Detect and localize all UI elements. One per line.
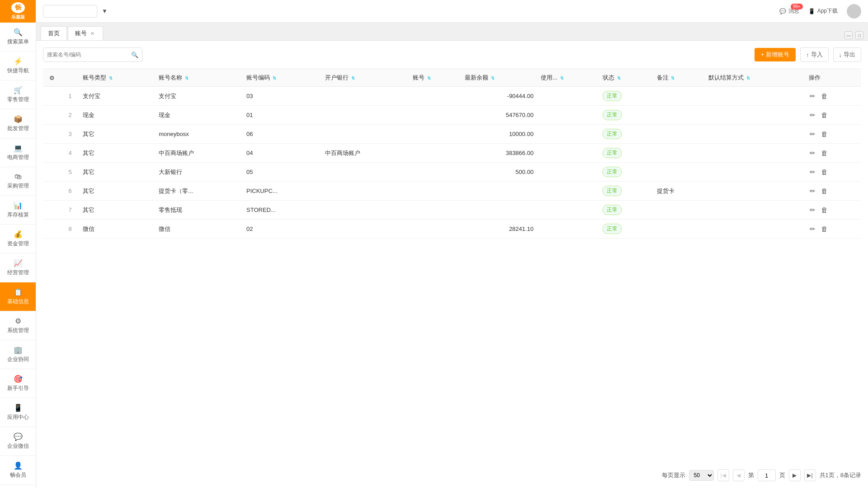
name-column-header[interactable]: 账号名称 ⇅ [155, 69, 243, 87]
sidebar-item-system[interactable]: ⚙ 系统管理 [0, 311, 36, 340]
import-button[interactable]: ↑ 导入 [800, 47, 829, 62]
row-balance [461, 201, 537, 220]
sidebar-item-retail[interactable]: 🛒 零售管理 [0, 80, 36, 109]
edit-button[interactable]: ✏ [809, 129, 816, 139]
row-actions: ✏ 🗑 [805, 87, 861, 106]
row-status: 正常 [599, 106, 653, 125]
sidebar-item-finance[interactable]: 💰 资金管理 [0, 225, 36, 253]
sidebar-item-operation[interactable]: 📈 经营管理 [0, 253, 36, 282]
row-remark [653, 163, 705, 182]
sidebar-item-quick-nav[interactable]: ⚡ 快捷导航 [0, 52, 36, 80]
remark-column-header[interactable]: 备注 ⇅ [653, 69, 705, 87]
name-sort-icon: ⇅ [185, 75, 189, 80]
edit-button[interactable]: ✏ [809, 148, 816, 158]
maximize-button[interactable]: □ [855, 31, 863, 39]
prev-page-button[interactable]: ◀ [733, 469, 745, 481]
row-use [537, 144, 599, 163]
edit-button[interactable]: ✏ [809, 91, 816, 101]
header-search-input[interactable] [43, 5, 97, 18]
row-use [537, 220, 599, 239]
app-download-label: App下载 [817, 7, 838, 15]
tab-home[interactable]: 首页 [41, 26, 67, 40]
row-code: STORED... [243, 201, 321, 220]
minimize-button[interactable]: — [844, 31, 853, 39]
search-input[interactable] [47, 52, 131, 58]
sidebar-item-wholesale[interactable]: 📦 批发管理 [0, 109, 36, 138]
export-button[interactable]: ↓ 导出 [833, 47, 862, 62]
tab-close-icon[interactable]: ✕ [89, 30, 96, 37]
delete-button[interactable]: 🗑 [820, 224, 829, 234]
row-type: 支付宝 [79, 87, 155, 106]
code-column-header[interactable]: 账号编码 ⇅ [243, 69, 321, 87]
row-status: 正常 [599, 220, 653, 239]
tab-account[interactable]: 账号 ✕ [68, 26, 103, 40]
remark-label: 备注 [657, 74, 669, 81]
type-label: 账号类型 [83, 74, 106, 81]
delete-button[interactable]: 🗑 [820, 186, 829, 196]
row-remark [653, 201, 705, 220]
type-column-header[interactable]: 账号类型 ⇅ [79, 69, 155, 87]
avatar[interactable] [847, 4, 861, 19]
tab-bar: 首页 账号 ✕ — □ [36, 23, 868, 41]
row-actions: ✏ 🗑 [805, 125, 861, 144]
delete-button[interactable]: 🗑 [820, 91, 829, 101]
default-settle-column-header[interactable]: 默认结算方式 ⇅ [705, 69, 805, 87]
edit-button[interactable]: ✏ [809, 186, 816, 196]
sidebar-item-purchase[interactable]: 🛍 采购管理 [0, 167, 36, 196]
row-bank [321, 163, 409, 182]
delete-button[interactable]: 🗑 [820, 167, 829, 177]
message-button[interactable]: 💬 消息 99+ [779, 7, 799, 15]
sidebar-item-ecommerce[interactable]: 💻 电商管理 [0, 138, 36, 167]
header-dropdown[interactable]: ▼ [102, 8, 108, 14]
sidebar-item-search[interactable]: 🔍 搜索菜单 [0, 23, 36, 52]
sidebar-item-app-center[interactable]: 📱 应用中心 [0, 398, 36, 427]
sidebar-item-guide[interactable]: 🎯 新手引导 [0, 369, 36, 398]
delete-button[interactable]: 🗑 [820, 110, 829, 120]
table-row: 2 现金 现金 01 547670.00 正常 ✏ 🗑 [43, 106, 861, 125]
row-remark [653, 220, 705, 239]
add-account-button[interactable]: + 新增账号 [755, 48, 796, 61]
row-bank: 中百商场账户 [321, 144, 409, 163]
next-page-button[interactable]: ▶ [789, 469, 801, 481]
edit-button[interactable]: ✏ [809, 205, 816, 215]
sidebar-item-label: 畅会员 [10, 471, 26, 479]
edit-button[interactable]: ✏ [809, 167, 816, 177]
row-use [537, 106, 599, 125]
sidebar-item-enterprise-wx[interactable]: 💬 企业微信 [0, 427, 36, 456]
sidebar-item-member[interactable]: 👤 畅会员 [0, 456, 36, 485]
last-page-button[interactable]: ▶| [804, 469, 816, 481]
balance-column-header[interactable]: 最新余额 ⇅ [461, 69, 537, 87]
status-sort-icon: ⇅ [617, 75, 621, 80]
row-code: 01 [243, 106, 321, 125]
table-row: 4 其它 中百商场账户 04 中百商场账户 383866.00 正常 ✏ 🗑 [43, 144, 861, 163]
row-actions: ✏ 🗑 [805, 106, 861, 125]
sidebar-item-enterprise[interactable]: 🏢 企业协同 [0, 340, 36, 369]
edit-button[interactable]: ✏ [809, 224, 816, 234]
delete-button[interactable]: 🗑 [820, 205, 829, 215]
edit-button[interactable]: ✏ [809, 110, 816, 120]
status-badge: 正常 [603, 224, 622, 234]
bank-sort-icon: ⇅ [351, 75, 355, 80]
account-column-header[interactable]: 账号 ⇅ [409, 69, 461, 87]
row-settings [43, 125, 61, 144]
search-icon[interactable]: 🔍 [131, 52, 138, 58]
account-sort-icon: ⇅ [427, 75, 431, 80]
first-page-button[interactable]: |◀ [717, 469, 729, 481]
table-row: 5 其它 大新银行 05 500.00 正常 ✏ 🗑 [43, 163, 861, 182]
row-account [409, 87, 461, 106]
settings-column-header[interactable]: ⚙ [43, 69, 61, 87]
row-name: 零售抵现 [155, 201, 243, 220]
page-input[interactable] [758, 469, 776, 481]
row-bank [321, 182, 409, 201]
delete-button[interactable]: 🗑 [820, 129, 829, 139]
use-column-header[interactable]: 使用... ⇅ [537, 69, 599, 87]
app-download-button[interactable]: 📱 App下载 [808, 7, 838, 15]
status-column-header[interactable]: 状态 ⇅ [599, 69, 653, 87]
sidebar-item-inventory[interactable]: 📊 库存核算 [0, 196, 36, 225]
status-badge: 正常 [603, 148, 622, 158]
row-settings [43, 106, 61, 125]
bank-column-header[interactable]: 开户银行 ⇅ [321, 69, 409, 87]
sidebar-item-basic-info[interactable]: 📋 基础信息 [0, 282, 36, 311]
page-size-select[interactable]: 50 100 [689, 470, 714, 481]
delete-button[interactable]: 🗑 [820, 148, 829, 158]
